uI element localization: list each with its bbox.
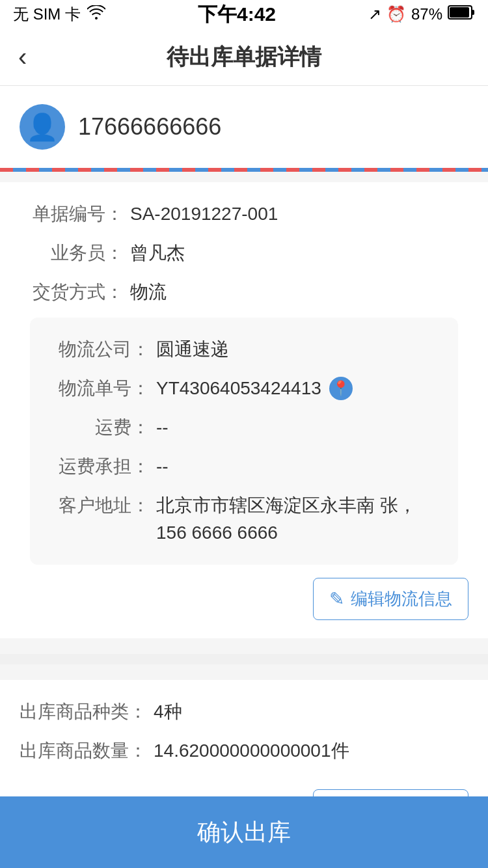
product-qty-label: 出库商品数量： <box>20 737 147 765</box>
location-status-icon: ↗ <box>368 5 381 23</box>
edit-btn-container: ✎ 编辑物流信息 <box>20 565 468 620</box>
address-value: 北京市市辖区海淀区永丰南 张，156 6666 6666 <box>156 492 442 547</box>
edit-logistics-button[interactable]: ✎ 编辑物流信息 <box>313 578 468 620</box>
confirm-outbound-button[interactable]: 确认出库 <box>0 796 488 868</box>
svg-rect-1 <box>472 10 474 15</box>
freight-bearer-value: -- <box>156 453 442 480</box>
freight-bearer-label: 运费承担： <box>46 453 150 480</box>
section-separator <box>0 654 488 664</box>
wifi-icon <box>87 5 105 23</box>
address-row: 客户地址： 北京市市辖区海淀区永丰南 张，156 6666 6666 <box>46 492 442 547</box>
status-time: 下午4:42 <box>198 1 276 28</box>
status-bar: 无 SIM 卡 下午4:42 ↗ ⏰ 87% <box>0 0 488 29</box>
salesman-label: 业务员： <box>20 239 124 267</box>
document-no-row: 单据编号： SA-20191227-001 <box>20 200 468 228</box>
document-no-label: 单据编号： <box>20 200 124 228</box>
battery-icon <box>448 5 475 23</box>
product-types-label: 出库商品种类： <box>20 698 147 726</box>
product-qty-value: 14.620000000000001件 <box>154 737 468 765</box>
freight-row: 运费： -- <box>46 414 442 441</box>
delivery-method-row: 交货方式： 物流 <box>20 278 468 306</box>
logistics-company-row: 物流公司： 圆通速递 <box>46 336 442 363</box>
customer-avatar: 👤 <box>20 104 65 150</box>
status-right: ↗ ⏰ 87% <box>368 5 475 23</box>
tracking-no-label: 物流单号： <box>46 375 150 402</box>
delivery-method-label: 交货方式： <box>20 278 124 306</box>
freight-value: -- <box>156 414 442 441</box>
tracking-no-row: 物流单号： YT43064053424413 📍 <box>46 375 442 402</box>
logistics-card: 物流公司： 圆通速递 物流单号： YT43064053424413 📍 运费： … <box>30 318 458 565</box>
svg-rect-2 <box>450 7 469 18</box>
address-label: 客户地址： <box>46 492 150 519</box>
edit-icon: ✎ <box>329 588 344 610</box>
tracking-location-icon[interactable]: 📍 <box>329 377 353 400</box>
logistics-company-label: 物流公司： <box>46 336 150 363</box>
dashed-separator <box>0 168 488 172</box>
delivery-method-value: 物流 <box>130 278 468 306</box>
salesman-value: 曾凡杰 <box>130 239 468 267</box>
back-button[interactable]: ‹ <box>18 42 27 72</box>
alarm-icon: ⏰ <box>386 5 406 23</box>
nav-bar: ‹ 待出库单据详情 <box>0 29 488 86</box>
page-title: 待出库单据详情 <box>167 42 321 72</box>
order-info-section: 单据编号： SA-20191227-001 业务员： 曾凡杰 交货方式： 物流 … <box>0 182 488 638</box>
logistics-company-value: 圆通速递 <box>156 336 442 363</box>
product-types-row: 出库商品种类： 4种 <box>20 698 468 726</box>
confirm-outbound-label: 确认出库 <box>197 817 291 848</box>
salesman-row: 业务员： 曾凡杰 <box>20 239 468 267</box>
product-qty-row: 出库商品数量： 14.620000000000001件 <box>20 737 468 765</box>
freight-bearer-row: 运费承担： -- <box>46 453 442 480</box>
tracking-no-value: YT43064053424413 📍 <box>156 375 442 402</box>
content-area: 👤 17666666666 单据编号： SA-20191227-001 业务员：… <box>0 86 488 868</box>
freight-label: 运费： <box>46 414 150 441</box>
carrier-text: 无 SIM 卡 <box>13 4 81 25</box>
document-no-value: SA-20191227-001 <box>130 200 468 228</box>
customer-phone: 17666666666 <box>78 113 221 141</box>
edit-logistics-label: 编辑物流信息 <box>351 588 452 610</box>
avatar-icon: 👤 <box>26 112 59 142</box>
battery-text: 87% <box>411 5 442 23</box>
customer-header: 👤 17666666666 <box>0 86 488 168</box>
product-types-value: 4种 <box>154 698 468 726</box>
status-left: 无 SIM 卡 <box>13 4 105 25</box>
